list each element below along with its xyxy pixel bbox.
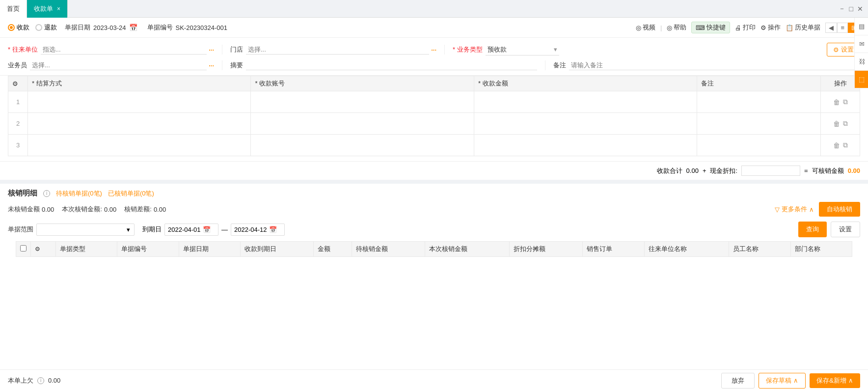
expand-prev-btn[interactable]: ◀	[825, 23, 837, 33]
pending-label: 待核销单据(0笔)	[56, 190, 102, 197]
settings-label: 设置	[841, 45, 854, 54]
save-new-btn[interactable]: 保存&新增 ∧	[810, 373, 860, 388]
row-amount-3[interactable]	[474, 135, 697, 156]
delete-row-3-btn[interactable]: 🗑	[833, 141, 840, 149]
partner-field: * 往来单位 ···	[8, 45, 214, 55]
save-draft-btn[interactable]: 保存草稿 ∧	[759, 373, 806, 389]
receipt-type-radio: 收款 退款	[8, 23, 57, 32]
discount-input[interactable]	[741, 166, 800, 176]
remark-input[interactable]	[569, 60, 860, 70]
row-remark-1[interactable]	[697, 91, 821, 113]
gear-th[interactable]: ⚙	[8, 76, 28, 91]
table-row: 3 🗑 ⧉	[8, 135, 860, 156]
th-due: 收款到期日	[240, 242, 313, 257]
copy-row-2-btn[interactable]: ⧉	[843, 119, 848, 128]
row-remark-2[interactable]	[697, 113, 821, 135]
history-btn[interactable]: 📋 历史单据	[786, 23, 820, 32]
section-divider	[0, 180, 868, 184]
prev-label: 本单上欠	[8, 376, 33, 385]
row-account-3[interactable]	[251, 135, 474, 156]
row-settlement-1[interactable]	[28, 91, 251, 113]
summary-input[interactable]	[246, 60, 537, 70]
page-footer: 本单上欠 i 0.00 放弃 保存草稿 ∧ 保存&新增 ∧	[0, 369, 868, 391]
video-btn[interactable]: ◎ 视频	[636, 23, 655, 32]
th-gear[interactable]: ⚙	[31, 242, 56, 257]
list-view-btn[interactable]: ≡	[837, 23, 848, 33]
operation-btn[interactable]: ⚙ 操作	[760, 23, 781, 32]
date-range-filter: 到期日 2022-04-01 📅 — 2022-04-12 📅	[142, 223, 285, 236]
bottom-table: ⚙ 单据类型 单据编号 单据日期 收款到期日 金额 待核销金额 本次核销金额 折…	[16, 241, 852, 257]
radio-refund[interactable]: 退款	[35, 23, 57, 32]
staff-input[interactable]	[30, 60, 207, 70]
remark-th: 备注	[697, 76, 821, 91]
discard-btn[interactable]: 放弃	[721, 373, 755, 389]
close-window-icon[interactable]: ✕	[857, 5, 863, 13]
verify-settings-btn[interactable]: 设置	[831, 222, 860, 237]
select-all-checkbox[interactable]	[20, 245, 27, 251]
delete-row-1-btn[interactable]: 🗑	[833, 98, 840, 106]
date-from-input[interactable]: 2022-04-01 📅	[164, 223, 218, 236]
right-panel-table-btn[interactable]: ▤	[855, 18, 868, 35]
filter-left: 单据范围 ▾ 到期日 2022-04-01 📅 — 2022-04-12	[8, 223, 285, 236]
more-conditions-btn[interactable]: ▽ 更多条件 ∧	[775, 205, 814, 214]
row-amount-1[interactable]	[474, 91, 697, 113]
minimize-icon[interactable]: －	[839, 4, 845, 13]
store-label: 门店	[230, 45, 243, 54]
store-field: 门店 ···	[230, 45, 436, 55]
row-action-2: 🗑 ⧉	[821, 113, 860, 135]
partner-more-btn[interactable]: ···	[209, 46, 214, 54]
info-icon-footer[interactable]: i	[37, 377, 44, 384]
staff-more-btn[interactable]: ···	[209, 62, 214, 69]
business-type-select[interactable]: 预收款 ▾	[486, 44, 559, 56]
toolbar-right: ◎ 视频 | ◎ 帮助 ⌨ 快捷键 🖨 打印 ⚙ 操作 📋 历史单据	[636, 22, 860, 33]
table-icon: ▤	[859, 23, 865, 30]
help-btn[interactable]: ◎ 帮助	[667, 23, 686, 32]
th-current: 本次核销金额	[425, 242, 510, 257]
link-icon: ⛓	[859, 58, 865, 65]
tab-receipt[interactable]: 收款单 ×	[27, 0, 68, 18]
th-order: 销售订单	[583, 242, 644, 257]
number-label: 单据编号	[147, 23, 173, 32]
unverified-label: 未核销金额	[8, 205, 40, 214]
verify-title: 核销明细	[8, 189, 37, 198]
row-amount-2[interactable]	[474, 113, 697, 135]
row-settlement-2[interactable]	[28, 113, 251, 135]
right-panel-link-btn[interactable]: ⛓	[855, 53, 868, 71]
partner-input[interactable]	[41, 45, 207, 55]
done-tab[interactable]: 已核销单据(0笔)	[108, 189, 154, 198]
date-from-value: 2022-04-01	[168, 226, 201, 233]
radio-receipt[interactable]: 收款	[8, 23, 29, 32]
date-calendar-icon[interactable]: 📅	[129, 24, 137, 31]
copy-row-1-btn[interactable]: ⧉	[843, 98, 848, 106]
current-label: 本次核销金额:	[62, 205, 102, 214]
row-remark-3[interactable]	[697, 135, 821, 156]
date-to-input[interactable]: 2022-04-12 📅	[231, 223, 285, 236]
business-label: * 业务类型	[453, 45, 483, 54]
help-label: 帮助	[674, 23, 686, 32]
store-input[interactable]	[246, 45, 429, 55]
store-more-btn[interactable]: ···	[431, 46, 436, 54]
copy-row-3-btn[interactable]: ⧉	[843, 141, 848, 149]
verify-info-icon[interactable]: i	[43, 190, 50, 197]
query-btn[interactable]: 查询	[798, 222, 827, 237]
print-label: 打印	[743, 23, 756, 32]
auto-verify-btn[interactable]: 自动核销	[819, 202, 860, 217]
tab-home[interactable]: 首页	[0, 0, 27, 18]
toolbar: 收款 退款 单据日期 2023-03-24 📅 单据编号 SK-20230324…	[0, 18, 868, 38]
print-btn[interactable]: 🖨 打印	[735, 23, 756, 32]
delete-row-2-btn[interactable]: 🗑	[833, 120, 840, 128]
right-panel-expand-btn[interactable]: ⬚	[855, 71, 868, 88]
row-account-1[interactable]	[251, 91, 474, 113]
tab-close-icon[interactable]: ×	[57, 5, 60, 12]
row-account-2[interactable]	[251, 113, 474, 135]
equals-sign: =	[804, 167, 808, 174]
table-footer: 收款合计 0.00 + 现金折扣: = 可核销金额 0.00	[0, 161, 868, 180]
maximize-icon[interactable]: □	[849, 5, 853, 13]
row-settlement-3[interactable]	[28, 135, 251, 156]
right-panel-msg-btn[interactable]: ✉	[855, 35, 868, 53]
shortcut-btn[interactable]: ⌨ 快捷键	[691, 22, 730, 33]
th-staff: 员工名称	[729, 242, 790, 257]
pending-tab[interactable]: 待核销单据(0笔)	[56, 189, 102, 198]
calendar-from-icon: 📅	[203, 226, 211, 233]
range-select[interactable]: ▾	[36, 223, 135, 236]
